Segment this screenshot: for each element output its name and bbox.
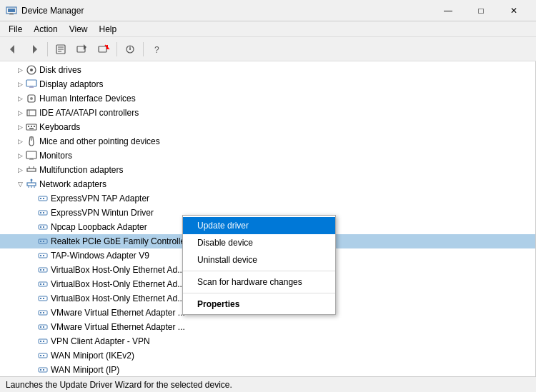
scan-hardware-button[interactable] <box>120 40 140 59</box>
ctx-scan-hardware[interactable]: Scan for hardware changes <box>183 273 335 291</box>
expand-hid[interactable]: ▷ <box>14 93 26 104</box>
ctx-disable-device[interactable]: Disable device <box>183 234 335 251</box>
svg-rect-78 <box>43 341 44 342</box>
expand-ide[interactable]: ▷ <box>14 107 26 119</box>
tree-item-multifunction[interactable]: ▷ Multifunction adapters <box>0 163 535 177</box>
menu-help[interactable]: Help <box>94 23 123 36</box>
adapter-icon-9 <box>37 307 49 318</box>
tree-item-hid[interactable]: ▷ Human Interface Devices <box>0 91 535 106</box>
expand-disk[interactable]: ▷ <box>14 64 26 76</box>
svg-rect-54 <box>43 226 44 228</box>
properties-button[interactable] <box>51 40 71 59</box>
svg-rect-66 <box>43 283 44 285</box>
tree-item-expressvpn-tap[interactable]: ▷ ExpressVPN TAP Adapter <box>0 191 535 206</box>
tree-label-vbox3: VirtualBox Host-Only Ethernet Ad... <box>51 293 184 303</box>
tree-item-monitors[interactable]: ▷ Monitors <box>0 149 535 163</box>
svg-rect-51 <box>43 212 44 213</box>
tree-label-expressvpn-tap: ExpressVPN TAP Adapter <box>51 194 149 203</box>
status-text: Launches the Update Driver Wizard for th… <box>6 380 232 390</box>
menu-view[interactable]: View <box>64 23 94 36</box>
adapter-icon-1 <box>37 193 49 204</box>
device-tree[interactable]: ▷ Disk drives ▷ Display adaptors ▷ Human… <box>0 61 536 376</box>
svg-rect-57 <box>43 241 44 242</box>
ide-icon <box>26 107 37 119</box>
expand-multifunction[interactable]: ▷ <box>14 164 26 176</box>
close-button[interactable]: ✕ <box>497 0 530 21</box>
minimize-button[interactable]: — <box>432 0 465 21</box>
tree-label-mice: Mice and other pointing devices <box>39 136 160 146</box>
expand-mice[interactable]: ▷ <box>14 136 26 147</box>
tree-item-vpn-client[interactable]: ▷ VPN Client Adapter - VPN <box>0 334 535 348</box>
tree-item-wan-ikev2[interactable]: ▷ WAN Miniport (IKEv2) <box>0 348 535 363</box>
svg-rect-29 <box>28 126 29 127</box>
window-controls[interactable]: — □ ✕ <box>432 0 530 21</box>
menu-action[interactable]: Action <box>28 23 63 36</box>
svg-rect-40 <box>27 183 36 186</box>
tree-label-ide: IDE ATA/ATAPI controllers <box>39 108 139 118</box>
svg-marker-4 <box>10 45 14 54</box>
svg-rect-36 <box>29 159 34 160</box>
tree-item-display[interactable]: ▷ Display adaptors <box>0 77 535 91</box>
uninstall-button[interactable] <box>94 40 114 59</box>
svg-rect-34 <box>26 151 36 159</box>
forward-button[interactable] <box>24 40 44 59</box>
tree-label-wan-ip: WAN Miniport (IP) <box>51 365 119 375</box>
expand-keyboards[interactable]: ▷ <box>14 121 26 133</box>
svg-rect-23 <box>29 86 34 88</box>
svg-point-25 <box>30 97 33 100</box>
tree-item-ide[interactable]: ▷ IDE ATA/ATAPI controllers <box>0 106 535 120</box>
help-button[interactable]: ? <box>147 40 167 59</box>
svg-rect-69 <box>43 298 44 299</box>
toolbar: ? <box>0 37 536 61</box>
maximize-button[interactable]: □ <box>465 0 497 21</box>
ctx-separator-1 <box>183 271 335 271</box>
tree-label-vpn-client: VPN Client Adapter - VPN <box>51 336 150 346</box>
tree-label-npcap: Npcap Loopback Adapter <box>51 222 147 232</box>
adapter-icon-12 <box>37 350 49 361</box>
menu-file[interactable]: File <box>3 23 28 36</box>
svg-rect-3 <box>9 14 14 15</box>
svg-rect-56 <box>40 241 41 242</box>
svg-text:?: ? <box>154 45 159 55</box>
tree-label-vmware2: VMware Virtual Ethernet Adapter ... <box>51 322 185 332</box>
tree-label-vbox2: VirtualBox Host-Only Ethernet Ad... <box>51 279 184 289</box>
expand-network[interactable]: ▽ <box>14 179 26 190</box>
menu-bar: File Action View Help <box>0 21 536 37</box>
app-title: Device Manager <box>21 6 432 16</box>
tree-label-expressvpn-wintun: ExpressVPN Wintun Driver <box>51 208 154 218</box>
expand-display[interactable]: ▷ <box>14 79 26 90</box>
tree-label-disk: Disk drives <box>39 65 81 75</box>
adapter-icon-3 <box>37 221 49 233</box>
adapter-icon-6 <box>37 264 49 276</box>
svg-rect-31 <box>34 126 35 127</box>
ctx-update-driver[interactable]: Update driver <box>183 217 335 234</box>
context-menu: Update driver Disable device Uninstall d… <box>182 215 336 315</box>
tree-item-mice[interactable]: ▷ Mice and other pointing devices <box>0 134 535 149</box>
ctx-separator-2 <box>183 293 335 293</box>
status-bar: Launches the Update Driver Wizard for th… <box>0 376 536 392</box>
tree-label-monitors: Monitors <box>39 151 72 161</box>
tree-item-disk[interactable]: ▷ Disk drives <box>0 63 535 77</box>
tree-item-keyboards[interactable]: ▷ Keyboards <box>0 120 535 134</box>
update-driver-button[interactable] <box>72 40 92 59</box>
svg-point-20 <box>30 69 33 71</box>
tree-label-network: Network adapters <box>39 179 106 189</box>
tree-item-network[interactable]: ▽ Network adapters <box>0 177 535 191</box>
svg-rect-53 <box>40 226 41 228</box>
hid-icon <box>26 93 37 104</box>
tree-item-wan-ip[interactable]: ▷ WAN Miniport (IP) <box>0 363 535 376</box>
toolbar-separator-1 <box>47 42 48 56</box>
tree-label-vbox1: VirtualBox Host-Only Ethernet Ad... <box>51 265 184 275</box>
svg-rect-30 <box>31 126 32 127</box>
svg-rect-59 <box>40 255 41 256</box>
back-button[interactable] <box>3 40 23 59</box>
ctx-properties[interactable]: Properties <box>183 296 335 313</box>
title-bar: Device Manager — □ ✕ <box>0 0 536 21</box>
ctx-uninstall-device[interactable]: Uninstall device <box>183 251 335 268</box>
svg-rect-81 <box>43 355 44 356</box>
tree-item-vmware2[interactable]: ▷ VMware Virtual Ethernet Adapter ... <box>0 320 535 334</box>
svg-rect-1 <box>8 9 15 12</box>
svg-rect-83 <box>40 369 41 371</box>
svg-rect-12 <box>99 46 106 52</box>
expand-monitors[interactable]: ▷ <box>14 150 26 161</box>
